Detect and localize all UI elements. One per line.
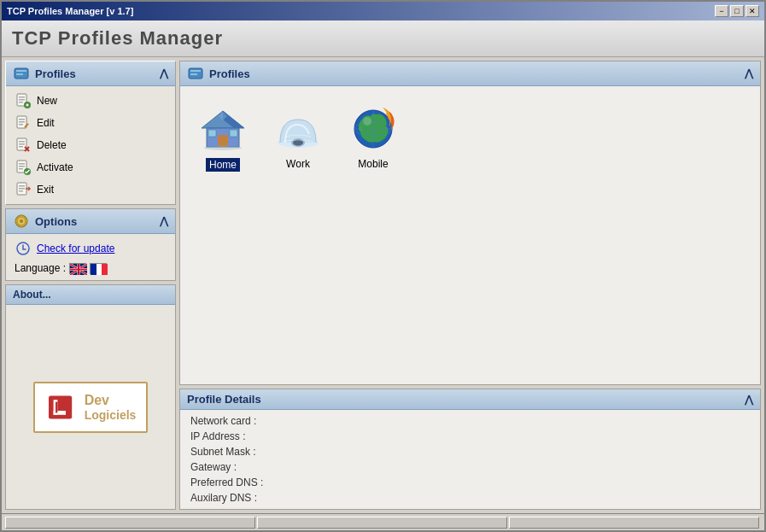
svg-rect-57 — [190, 73, 197, 75]
home-profile-icon — [197, 103, 249, 155]
mobile-profile-label: Mobile — [358, 158, 388, 170]
svg-rect-49 — [96, 264, 102, 275]
svg-rect-27 — [19, 185, 25, 187]
title-bar-controls: − □ ✕ — [715, 5, 759, 17]
svg-point-73 — [363, 117, 371, 126]
profile-home[interactable]: Home — [194, 100, 252, 175]
svg-rect-54 — [56, 401, 57, 412]
logo-text: Dev Logiciels — [85, 393, 137, 422]
minimize-button[interactable]: − — [715, 5, 728, 17]
details-collapse[interactable]: ⋀ — [745, 394, 753, 406]
svg-rect-2 — [16, 73, 23, 75]
status-bar — [2, 513, 764, 530]
svg-rect-24 — [19, 168, 23, 170]
detail-network-card-label: Network card : — [190, 415, 256, 427]
language-label: Language : — [15, 262, 66, 274]
profiles-panel-icon — [187, 65, 204, 82]
flag-uk[interactable] — [69, 263, 86, 274]
svg-rect-5 — [19, 99, 25, 101]
svg-rect-48 — [91, 264, 96, 275]
svg-rect-12 — [19, 121, 25, 123]
flag-fr[interactable] — [90, 263, 107, 274]
details-header: Profile Details ⋀ — [180, 389, 760, 410]
svg-rect-53 — [53, 411, 65, 415]
delete-icon — [15, 137, 32, 154]
options-header: Options ⋀ — [6, 209, 175, 234]
svg-rect-1 — [16, 70, 26, 72]
svg-rect-16 — [19, 141, 25, 143]
options-collapse[interactable]: ⋀ — [160, 215, 168, 227]
activate-menu-item[interactable]: Activate — [6, 156, 175, 178]
new-label: New — [37, 95, 57, 107]
new-menu-item[interactable]: New — [6, 90, 175, 112]
profiles-section-collapse[interactable]: ⋀ — [160, 67, 168, 79]
app-header: TCP Profiles Manager — [2, 20, 764, 57]
svg-rect-22 — [19, 163, 25, 165]
main-content: Profiles ⋀ — [2, 57, 764, 513]
profiles-panel-header: Profiles ⋀ — [180, 61, 760, 86]
exit-icon — [15, 181, 32, 198]
profile-mobile[interactable]: Mobile — [344, 100, 402, 173]
options-title: Options — [35, 215, 77, 228]
profile-work[interactable]: Work — [269, 100, 327, 173]
profiles-menu: New Edit — [6, 86, 175, 204]
options-content: Check for update Language : — [6, 234, 175, 280]
title-bar: TCP Profiles Manager [v 1.7] − □ ✕ — [2, 2, 764, 20]
app-title: TCP Profiles Manager — [12, 27, 754, 50]
svg-rect-9 — [26, 104, 27, 107]
dev-logiciels-logo: Dev Logiciels — [33, 382, 149, 433]
status-segment-2 — [257, 517, 507, 529]
window-title: TCP Profiles Manager [v 1.7] — [7, 6, 133, 16]
profiles-section-icon — [13, 65, 30, 82]
about-header: About... — [6, 285, 175, 305]
svg-rect-36 — [15, 220, 17, 222]
detail-ip-label: IP Address : — [190, 430, 245, 442]
work-profile-label: Work — [286, 158, 310, 170]
details-panel: Profile Details ⋀ Network card : IP Addr… — [179, 389, 761, 510]
activate-label: Activate — [37, 161, 73, 173]
profiles-panel-collapse[interactable]: ⋀ — [745, 67, 753, 79]
svg-rect-35 — [20, 225, 22, 228]
maximize-button[interactable]: □ — [730, 5, 744, 17]
home-profile-label: Home — [206, 158, 240, 172]
svg-rect-34 — [20, 214, 22, 217]
delete-menu-item[interactable]: Delete — [6, 134, 175, 156]
detail-gateway-label: Gateway : — [190, 461, 237, 473]
work-profile-icon — [272, 103, 324, 155]
profiles-panel: Profiles ⋀ — [179, 61, 761, 385]
main-window: TCP Profiles Manager [v 1.7] − □ ✕ TCP P… — [0, 0, 766, 532]
logo-icon — [45, 390, 79, 424]
logo-logiciels-text: Logiciels — [85, 408, 137, 422]
profiles-content: Home — [180, 86, 760, 189]
options-icon — [13, 213, 30, 230]
svg-point-65 — [204, 145, 242, 150]
mobile-profile-icon — [348, 103, 399, 155]
options-header-left: Options — [13, 213, 77, 230]
svg-rect-50 — [102, 264, 108, 275]
svg-point-68 — [293, 140, 303, 146]
svg-rect-63 — [230, 130, 237, 137]
svg-rect-18 — [19, 146, 23, 148]
profiles-section-header: Profiles ⋀ — [6, 61, 175, 86]
close-button[interactable]: ✕ — [746, 5, 759, 17]
svg-rect-4 — [19, 96, 25, 98]
exit-menu-item[interactable]: Exit — [6, 178, 175, 201]
exit-label: Exit — [37, 184, 54, 196]
edit-menu-item[interactable]: Edit — [6, 112, 175, 134]
detail-preferred-dns: Preferred DNS : — [190, 475, 750, 490]
update-icon — [15, 240, 32, 257]
detail-gateway: Gateway : — [190, 459, 750, 475]
logo-dev-text: Dev — [85, 393, 137, 408]
profiles-panel-title: Profiles — [209, 67, 250, 80]
check-update-item[interactable]: Check for update — [6, 237, 175, 260]
about-content: Dev Logiciels — [6, 305, 175, 509]
status-segment-1 — [5, 517, 255, 529]
svg-point-33 — [20, 219, 23, 223]
check-update-link[interactable]: Check for update — [37, 243, 114, 254]
detail-subnet-mask: Subnet Mask : — [190, 444, 750, 459]
svg-rect-51 — [49, 395, 72, 418]
language-row: Language : — [6, 260, 175, 277]
svg-rect-56 — [190, 70, 201, 72]
details-title: Profile Details — [187, 393, 261, 406]
detail-auxiliary-dns: Auxilary DNS : — [190, 490, 750, 506]
